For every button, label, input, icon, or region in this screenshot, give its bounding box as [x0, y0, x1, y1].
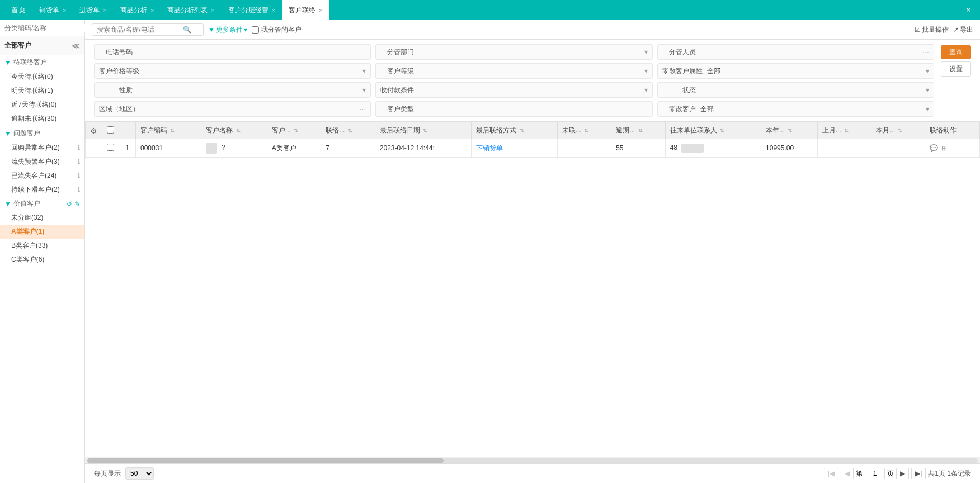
- close-purchase-tab[interactable]: ×: [103, 7, 106, 13]
- phone-input[interactable]: [137, 48, 366, 56]
- customer-type-label: 客户类型: [380, 105, 414, 114]
- tab-product-analysis[interactable]: 商品分析 ×: [114, 0, 161, 20]
- sidebar-item-unclassified[interactable]: 未分组(32): [0, 211, 84, 225]
- filter-icon: ▼: [208, 26, 215, 34]
- tab-customer-contact[interactable]: 客户联络 ×: [282, 0, 329, 20]
- sidebar-item-today[interactable]: 今天待联络(0): [0, 70, 84, 84]
- sort-icon-contact-person: ⇅: [720, 127, 724, 134]
- filter-price-level[interactable]: 客户价格等级 ▾: [94, 63, 371, 79]
- filter-customer-level[interactable]: 客户等级 ▾: [375, 63, 652, 79]
- row-actions: 💬 ⊞: [925, 139, 980, 158]
- sidebar-item-overdue[interactable]: 逾期未联络(30): [0, 112, 84, 126]
- th-last-month[interactable]: 上月... ⇅: [817, 122, 871, 139]
- tab-product-list[interactable]: 商品分析列表 ×: [161, 0, 221, 20]
- prev-page-button[interactable]: ◀: [841, 468, 854, 479]
- horizontal-scrollbar[interactable]: [85, 457, 980, 463]
- group-arrow-value: ▼: [4, 200, 11, 208]
- scrollbar-thumb[interactable]: [87, 458, 444, 463]
- qrcode-icon[interactable]: ⊞: [941, 144, 947, 152]
- group-label-value[interactable]: ▼ 价值客户: [4, 199, 40, 209]
- close-customer-contact-tab[interactable]: ×: [319, 7, 322, 13]
- th-contact-person[interactable]: 往来单位联系人 ⇅: [665, 122, 761, 139]
- sidebar-item-class-b[interactable]: B类客户(33): [0, 239, 84, 253]
- th-checkbox: [102, 122, 119, 139]
- filter-status[interactable]: 状态 ▾: [657, 82, 934, 98]
- main-content: 🔍 ▼ 更多条件 ▾ 我分管的客户 ☑ 批量操作 ↗ 导出: [85, 20, 980, 483]
- th-customer-code[interactable]: 客户编码 ⇅: [136, 122, 201, 139]
- filter-retail-customer[interactable]: 零散客户 全部 ▾: [657, 101, 934, 117]
- sort-icon-name: ⇅: [236, 127, 241, 134]
- sidebar-item-churn-warning[interactable]: 流失预警客户(3) ℹ: [0, 155, 84, 169]
- th-last-contact-method[interactable]: 最后联络方式 ⇅: [472, 122, 557, 139]
- filter-region[interactable]: 区域（地区） ···: [94, 101, 371, 117]
- settings-button[interactable]: 设置: [941, 61, 971, 77]
- edit-icon[interactable]: ✎: [74, 200, 80, 208]
- search-icon[interactable]: 🔍: [183, 26, 191, 34]
- sidebar-item-repurchase-anomaly[interactable]: 回购异常客户(2) ℹ: [0, 141, 84, 155]
- filter-row-3: 性质 ▾ 收付款条件 ▾ 状态 ▾: [94, 82, 934, 98]
- chat-icon[interactable]: 💬: [930, 144, 938, 152]
- close-sales-tab[interactable]: ×: [63, 7, 66, 13]
- search-input[interactable]: [97, 26, 181, 34]
- sort-icon-last-method: ⇅: [520, 127, 524, 134]
- tab-sales[interactable]: 销货单 ×: [32, 0, 73, 20]
- th-not-linked[interactable]: 未联... ⇅: [557, 122, 611, 139]
- sort-icon-type: ⇅: [294, 127, 298, 134]
- close-product-list-tab[interactable]: ×: [211, 7, 214, 13]
- sidebar-item-churned[interactable]: 已流失客户(24) ℹ: [0, 169, 84, 183]
- select-all-checkbox[interactable]: [107, 126, 114, 134]
- my-customer-checkbox[interactable]: 我分管的客户: [252, 25, 301, 35]
- page-size-select[interactable]: 50 100 200: [125, 467, 154, 480]
- contact-person-avatar: [681, 144, 704, 153]
- refresh-icon[interactable]: ↺: [67, 200, 72, 208]
- th-last-contact-date[interactable]: 最后联络日期 ⇅: [375, 122, 472, 139]
- page-of-label: 页: [887, 469, 894, 479]
- th-this-month[interactable]: 本月... ⇅: [871, 122, 925, 139]
- last-page-button[interactable]: ▶|: [911, 468, 926, 479]
- filter-manager[interactable]: 分管人员 ···: [657, 44, 934, 60]
- close-customer-segment-tab[interactable]: ×: [272, 7, 275, 13]
- row-last-month: [817, 139, 871, 158]
- sidebar-item-tomorrow[interactable]: 明天待联络(1): [0, 84, 84, 98]
- customer-type-input[interactable]: [418, 105, 647, 113]
- sidebar-item-7days[interactable]: 近7天待联络(0): [0, 98, 84, 112]
- my-customer-check[interactable]: [252, 26, 259, 34]
- th-customer-name[interactable]: 客户名称 ⇅: [201, 122, 267, 139]
- next-page-button[interactable]: ▶: [896, 468, 909, 479]
- batch-op-button[interactable]: ☑ 批量操作: [915, 25, 949, 35]
- query-button[interactable]: 查询: [941, 45, 971, 59]
- home-tab[interactable]: 首页: [4, 0, 32, 20]
- sidebar-search-input[interactable]: [4, 24, 88, 32]
- row-settings-cell: [86, 139, 102, 158]
- sidebar-item-class-c[interactable]: C类客户(6): [0, 253, 84, 267]
- th-customer-type[interactable]: 客户... ⇅: [267, 122, 321, 139]
- last-method-link[interactable]: 下销货单: [476, 144, 503, 152]
- filter-retail-attr[interactable]: 零散客户属性 全部 ▾: [657, 63, 934, 79]
- tab-customer-segment[interactable]: 客户分层经营 ×: [222, 0, 282, 20]
- th-overdue[interactable]: 逾期... ⇅: [611, 122, 665, 139]
- first-page-button[interactable]: |◀: [824, 468, 838, 479]
- filter-nature[interactable]: 性质 ▾: [94, 82, 371, 98]
- row-checkbox[interactable]: [107, 144, 114, 151]
- th-contact-count[interactable]: 联络... ⇅: [321, 122, 375, 139]
- sidebar-item-declining[interactable]: 持续下滑客户(2) ℹ: [0, 183, 84, 197]
- sidebar-item-class-a[interactable]: A类客户(1): [0, 225, 84, 239]
- filter-payment[interactable]: 收付款条件 ▾: [375, 82, 652, 98]
- filter-row-2: 客户价格等级 ▾ 客户等级 ▾ 零散客户属性 全部 ▾: [94, 63, 934, 79]
- settings-icon[interactable]: ⚙: [90, 126, 97, 135]
- close-product-analysis-tab[interactable]: ×: [150, 7, 154, 13]
- price-level-dropdown-icon: ▾: [362, 67, 366, 75]
- tab-purchase[interactable]: 进货单 ×: [73, 0, 113, 20]
- page-number-input[interactable]: [865, 468, 885, 479]
- filter-department[interactable]: 分管部门 ▾: [375, 44, 652, 60]
- row-code: 000031: [136, 139, 201, 158]
- close-all-button[interactable]: ×: [962, 5, 976, 15]
- row-name: ?: [201, 139, 267, 158]
- sidebar-collapse-button[interactable]: ≪: [72, 41, 80, 50]
- more-filter-button[interactable]: ▼ 更多条件 ▾: [208, 25, 247, 35]
- th-this-year[interactable]: 本年... ⇅: [761, 122, 818, 139]
- export-button[interactable]: ↗ 导出: [953, 25, 973, 35]
- group-pending-contact[interactable]: ▼ 待联络客户: [0, 55, 84, 70]
- group-problem-customers[interactable]: ▼ 问题客户: [0, 126, 84, 141]
- info-icon-repurchase: ℹ: [78, 144, 80, 151]
